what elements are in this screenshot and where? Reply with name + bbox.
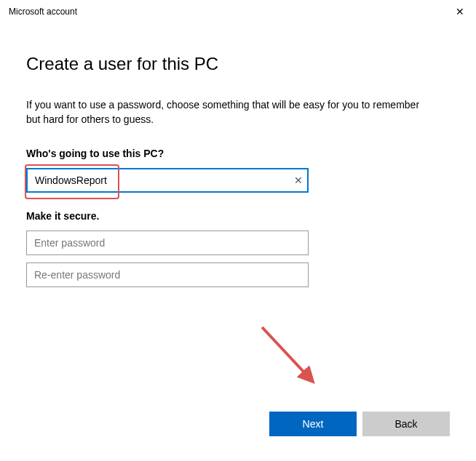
password-section-label: Make it secure. bbox=[26, 210, 450, 222]
footer-buttons: Next Back bbox=[269, 412, 450, 436]
reenter-password-input[interactable] bbox=[26, 262, 309, 287]
back-button[interactable]: Back bbox=[362, 412, 450, 436]
username-label: Who's going to use this PC? bbox=[26, 148, 450, 159]
reenter-password-row bbox=[26, 262, 309, 287]
clear-icon: ✕ bbox=[294, 175, 303, 186]
page-description: If you want to use a password, choose so… bbox=[26, 97, 434, 127]
content-area: Create a user for this PC If you want to… bbox=[0, 23, 476, 287]
annotation-arrow-icon bbox=[255, 320, 335, 400]
username-input-wrap: ✕ bbox=[26, 168, 309, 193]
clear-input-button[interactable]: ✕ bbox=[294, 175, 303, 185]
page-title: Create a user for this PC bbox=[26, 54, 450, 74]
password-row bbox=[26, 230, 309, 255]
close-icon: ✕ bbox=[456, 6, 464, 17]
username-input[interactable] bbox=[26, 168, 309, 193]
window-title: Microsoft account bbox=[9, 7, 77, 17]
next-button[interactable]: Next bbox=[269, 412, 357, 436]
svg-line-1 bbox=[262, 327, 313, 382]
close-button[interactable]: ✕ bbox=[443, 0, 476, 23]
titlebar: Microsoft account ✕ bbox=[0, 0, 476, 23]
password-input[interactable] bbox=[26, 230, 309, 255]
username-row: ✕ bbox=[26, 168, 450, 193]
